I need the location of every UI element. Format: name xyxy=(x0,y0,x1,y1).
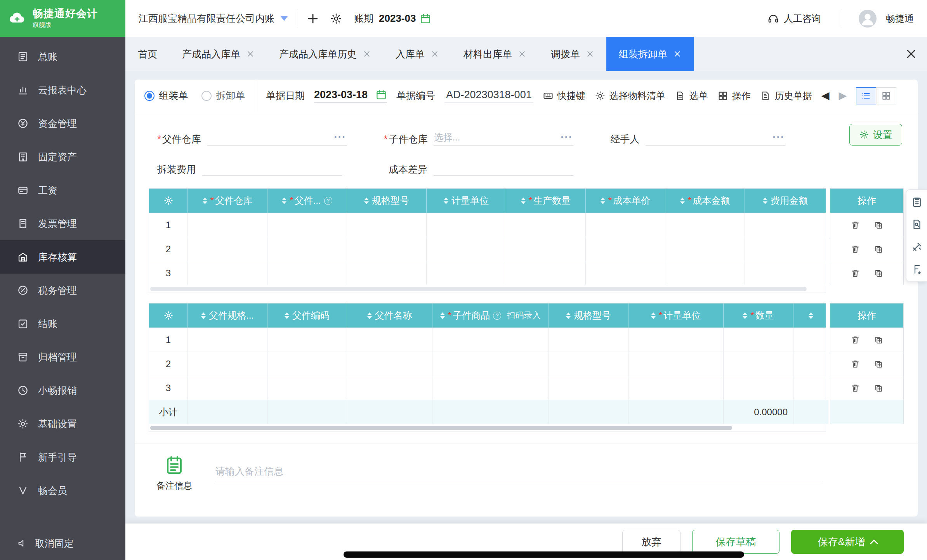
grid-cell[interactable] xyxy=(188,237,267,261)
radio-disassemble[interactable]: 拆卸单 xyxy=(201,89,245,102)
column-header-qty[interactable]: 数量 xyxy=(724,303,793,328)
sidebar-item-closing[interactable]: 结账 xyxy=(0,307,125,340)
sidebar-item-guide[interactable]: 新手引导 xyxy=(0,440,125,474)
sidebar-item-reimburse[interactable]: 小畅报销 xyxy=(0,374,125,407)
column-header-parent-item[interactable]: 父件... xyxy=(267,189,347,213)
sidebar-item-payroll[interactable]: 工资 xyxy=(0,173,125,207)
grid-cell[interactable] xyxy=(267,213,347,237)
tab-close-icon[interactable] xyxy=(518,50,526,58)
column-header-child-product[interactable]: 子件商品 扫码录入 xyxy=(432,303,549,328)
settings-gear-button[interactable] xyxy=(330,12,342,25)
delete-row-button[interactable] xyxy=(850,244,860,254)
operate-button[interactable]: 操作 xyxy=(717,90,751,102)
grid-cell[interactable] xyxy=(427,237,506,261)
save-draft-button[interactable]: 保存草稿 xyxy=(692,530,779,554)
sidebar-item-invoices[interactable]: 发票管理 xyxy=(0,207,125,240)
grid-cell[interactable] xyxy=(188,352,267,376)
doc-no-value[interactable]: AD-20230318-001 xyxy=(444,89,533,103)
grid-cell[interactable] xyxy=(724,328,793,352)
grid-cell[interactable] xyxy=(347,261,427,285)
grid-cell[interactable] xyxy=(267,376,347,400)
remark-input[interactable] xyxy=(215,466,821,477)
sidebar-item-settings[interactable]: 基础设置 xyxy=(0,407,125,440)
tab-material-outbound[interactable]: 材料出库单 xyxy=(451,37,538,71)
grid-cell[interactable] xyxy=(188,213,267,237)
column-header-parent-warehouse[interactable]: 父件仓库 xyxy=(188,189,267,213)
grid-cell[interactable] xyxy=(793,376,828,400)
grid-cell[interactable] xyxy=(188,261,267,285)
grid-cell[interactable] xyxy=(506,213,586,237)
grid-cell[interactable] xyxy=(793,352,828,376)
copy-row-button[interactable] xyxy=(873,220,884,230)
grid-cell[interactable] xyxy=(628,352,724,376)
horizontal-scrollbar[interactable] xyxy=(149,285,826,293)
grid-cell[interactable] xyxy=(724,352,793,376)
copy-row-button[interactable] xyxy=(873,335,884,345)
grid-cell[interactable] xyxy=(586,261,665,285)
grid-cell[interactable] xyxy=(427,261,506,285)
grid-cell[interactable] xyxy=(745,213,826,237)
column-header-spec[interactable]: 规格型号 xyxy=(549,303,628,328)
scan-entry-link[interactable]: 扫码录入 xyxy=(507,310,541,321)
detail-panel-button[interactable] xyxy=(911,196,923,208)
grid-cell[interactable] xyxy=(432,376,549,400)
next-doc-button[interactable]: ▶ xyxy=(838,90,847,101)
grid-cell[interactable] xyxy=(745,261,826,285)
table-column-settings-button[interactable] xyxy=(149,303,188,328)
column-header-unit[interactable]: 计量单位 xyxy=(427,189,506,213)
doc-date-input[interactable] xyxy=(314,89,372,101)
tab-inbound-order[interactable]: 入库单 xyxy=(383,37,451,71)
tab-finished-goods-inbound-history[interactable]: 产成品入库单历史 xyxy=(267,37,383,71)
tools-panel-button[interactable] xyxy=(911,241,923,253)
grid-cell[interactable] xyxy=(793,328,828,352)
grid-cell[interactable] xyxy=(188,376,267,400)
unpin-sidebar-button[interactable]: 取消固定 xyxy=(0,527,125,560)
grid-cell[interactable] xyxy=(586,237,665,261)
font-size-panel-button[interactable] xyxy=(911,264,923,275)
grid-cell[interactable] xyxy=(267,352,347,376)
grid-cell[interactable] xyxy=(267,237,347,261)
prev-doc-button[interactable]: ◀ xyxy=(821,90,830,101)
grid-cell[interactable] xyxy=(506,261,586,285)
sidebar-item-general-ledger[interactable]: 总账 xyxy=(0,40,125,73)
grid-cell[interactable] xyxy=(427,213,506,237)
period-picker[interactable]: 2023-03 xyxy=(379,12,431,24)
handler-input[interactable] xyxy=(646,132,785,143)
avatar[interactable] xyxy=(859,10,877,28)
grid-cell[interactable] xyxy=(432,352,549,376)
ellipsis-picker-icon[interactable] xyxy=(334,132,346,143)
card-view-button[interactable] xyxy=(876,87,896,104)
column-header-unit[interactable]: 计量单位 xyxy=(628,303,724,328)
column-header-spec[interactable]: 规格型号 xyxy=(347,189,427,213)
grid-cell[interactable] xyxy=(665,237,745,261)
scrollbar-thumb[interactable] xyxy=(150,287,807,291)
support-button[interactable]: 人工咨询 xyxy=(767,12,821,25)
cost-diff-input[interactable] xyxy=(434,162,573,173)
calendar-icon[interactable] xyxy=(375,89,387,101)
delete-row-button[interactable] xyxy=(850,268,860,278)
horizontal-scrollbar[interactable] xyxy=(149,424,826,432)
column-header-production-qty[interactable]: 生产数量 xyxy=(506,189,586,213)
grid-cell[interactable] xyxy=(665,213,745,237)
parent-warehouse-input[interactable] xyxy=(207,132,347,143)
delete-row-button[interactable] xyxy=(850,359,860,369)
column-header-fee-amount[interactable]: 费用金额 xyxy=(745,189,826,213)
grid-cell[interactable] xyxy=(267,328,347,352)
tab-close-icon[interactable] xyxy=(247,50,254,58)
sidebar-item-cloud-reports[interactable]: 云报表中心 xyxy=(0,73,125,107)
save-and-new-button[interactable]: 保存&新增 xyxy=(791,530,904,554)
grid-cell[interactable] xyxy=(432,328,549,352)
grid-cell[interactable] xyxy=(506,237,586,261)
tab-close-icon[interactable] xyxy=(674,50,681,58)
column-header-parent-spec[interactable]: 父件规格... xyxy=(188,303,267,328)
grid-cell[interactable] xyxy=(347,328,432,352)
column-header-unit-cost[interactable]: 成本单价 xyxy=(586,189,665,213)
grid-cell[interactable] xyxy=(347,213,427,237)
tab-close-icon[interactable] xyxy=(431,50,439,58)
delete-row-button[interactable] xyxy=(850,335,860,345)
grid-cell[interactable] xyxy=(628,376,724,400)
grid-cell[interactable] xyxy=(724,376,793,400)
grid-cell[interactable] xyxy=(549,328,628,352)
tab-home[interactable]: 首页 xyxy=(125,37,170,71)
radio-assemble[interactable]: 组装单 xyxy=(144,89,188,102)
